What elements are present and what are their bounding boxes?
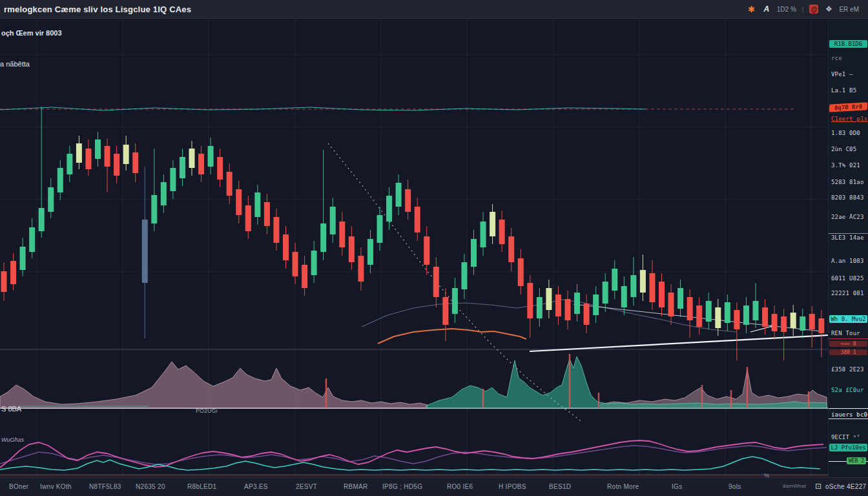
scale-red-divider — [829, 338, 868, 339]
price-label: S2a £C0ur — [829, 387, 868, 393]
price-badge: ≈≈≈ 8 — [829, 341, 867, 347]
price-badge: Wh 8. Mvu2 — [829, 315, 867, 323]
time-label: 9ols — [728, 483, 741, 490]
price-label: 8203 8843 — [829, 194, 868, 201]
time-label: IGs — [672, 483, 682, 490]
scale-divider — [829, 408, 868, 409]
price-chart-canvas[interactable] — [0, 0, 868, 496]
time-label: H IPOBS — [499, 483, 526, 490]
price-badge: LJ Pfu10es — [829, 444, 867, 451]
time-label: RBMAR — [344, 483, 368, 490]
toolbar-right-cluster: ✱ A 1D2 % | @ ❖ ER eM — [747, 5, 868, 14]
time-label: BOner — [9, 483, 28, 490]
time-label: AP3.ES — [244, 483, 268, 490]
price-label: rce — [829, 55, 868, 61]
price-label: 9ECIT ᵒᶠ — [829, 434, 868, 440]
time-label: R8bLED1 — [187, 483, 216, 490]
price-badge: 8q7B Rr8 — [829, 102, 868, 112]
price-label: REN Tour — [829, 330, 868, 336]
price-label: 5283 81ao — [829, 179, 868, 185]
hot-icon[interactable]: ✱ — [747, 5, 756, 14]
timezone-label[interactable]: oSche 4E227 — [825, 483, 866, 490]
oscillator-pane-label: WuGhas — [1, 437, 24, 443]
toolbar-divider: | — [802, 6, 804, 13]
time-label: Iwnv KOth — [40, 483, 72, 490]
axis-settings-small-label: 8amWhat — [783, 483, 806, 489]
price-label: C1eert p1s — [829, 116, 868, 122]
price-label: 3LE3 14ae — [829, 233, 868, 241]
price-label: iauers bc0d — [829, 411, 868, 419]
price-scale[interactable]: R1B.B1D6rceVPe1 —La.1 B58q7B Rr8C1eert p… — [828, 18, 868, 478]
record-icon[interactable]: @ — [809, 5, 818, 14]
camera-icon[interactable]: ⊡ — [815, 482, 822, 491]
price-label: A.an 1083 — [829, 258, 868, 264]
volume-pane-label: S 8BA — [1, 405, 21, 413]
time-label: N2635 20 — [136, 483, 165, 490]
time-label: Rotn More — [607, 483, 639, 490]
price-label: 22221 081 — [829, 290, 868, 296]
volume-mid-label: PO2UGi — [196, 408, 218, 414]
font-size-icon[interactable]: A — [762, 5, 771, 14]
chart-legend-line2: a nãbêtta — [0, 60, 30, 68]
price-label: 2ùn C05 — [829, 146, 868, 152]
time-label: 2ESVT — [296, 483, 317, 490]
time-axis[interactable]: BOnerIwnv KOthN8TF5L83N2635 20R8bLED1AP3… — [0, 477, 868, 496]
price-label: £358 2E23 — [829, 366, 868, 373]
price-label: 3.T% 021 — [829, 162, 868, 169]
time-label: N8TF5L83 — [89, 483, 121, 490]
time-label: RO0 IE6 — [447, 483, 473, 490]
price-label: VPe1 — — [829, 71, 868, 78]
zoom-percent-label: 1D2 % — [777, 6, 796, 13]
price-label: 22ae ÂC23 — [829, 214, 868, 220]
account-label: ER eM — [839, 6, 859, 13]
price-badge: WEB 2 — [847, 457, 866, 464]
time-label: IP8G ; HD5G — [382, 483, 422, 490]
symbol-title: rmelogkcen Cæme sliv los Lisgclue 1IQ CA… — [0, 5, 191, 14]
price-badge: R1B.B1D6 — [829, 40, 867, 48]
top-toolbar: rmelogkcen Cæme sliv los Lisgclue 1IQ CA… — [0, 0, 868, 19]
price-label: 1.83 0D0 — [829, 130, 868, 136]
trading-platform-window: rmelogkcen Cæme sliv los Lisgclue 1IQ CA… — [0, 0, 868, 496]
price-badge: 38B 1 — [829, 349, 867, 355]
price-label: La.1 B5 — [829, 87, 868, 94]
chart-legend-line1: oçh Œem vir 8003 — [1, 29, 62, 37]
layout-icon[interactable]: ❖ — [824, 5, 833, 14]
time-label: BES1D — [549, 483, 571, 490]
price-label: 6011 U825 — [829, 275, 868, 282]
